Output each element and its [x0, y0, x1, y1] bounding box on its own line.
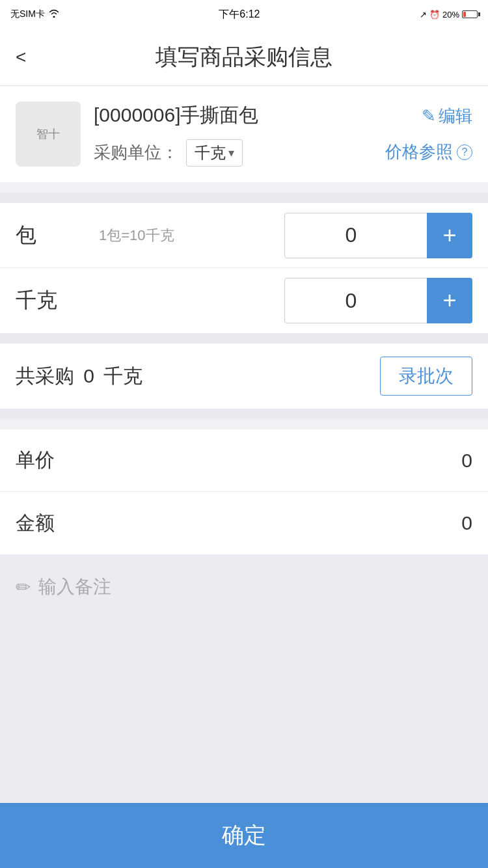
status-bar: 无SIM卡 下午6:12 ↗ ⏰ 20%: [0, 0, 488, 29]
content: 智十 [0000006]手撕面包 采购单位： 千克 ▾ ✎ 编辑 价格参照 ?: [0, 86, 488, 815]
carrier-text: 无SIM卡: [10, 8, 45, 20]
amount-value: 0: [461, 512, 472, 534]
divider-2: [0, 333, 488, 344]
info-icon: ?: [457, 144, 472, 160]
kg-plus-button[interactable]: +: [427, 278, 472, 323]
input-section: 包 1包=10千克 + 千克 +: [0, 203, 488, 333]
product-image: 智十: [16, 102, 81, 167]
chevron-down-icon: ▾: [228, 146, 234, 160]
nav-title: 填写商品采购信息: [156, 42, 332, 72]
bao-plus-button[interactable]: +: [427, 213, 472, 258]
amount-row: 金额 0: [0, 492, 488, 554]
kg-label: 千克: [16, 286, 94, 315]
bao-input-row: 包 1包=10千克 +: [0, 203, 488, 268]
unit-label: 采购单位：: [94, 141, 178, 164]
alarm-icon: ⏰: [429, 10, 440, 20]
price-ref-button[interactable]: 价格参照 ?: [385, 141, 472, 163]
kg-input[interactable]: [284, 278, 427, 323]
divider-3: [0, 409, 488, 419]
edit-icon: ✎: [422, 106, 436, 126]
note-placeholder: 输入备注: [38, 575, 111, 599]
product-name: [0000006]手撕面包: [94, 102, 372, 129]
product-unit-row: 采购单位： 千克 ▾: [94, 139, 372, 167]
plus-icon: +: [442, 222, 456, 249]
unit-select[interactable]: 千克 ▾: [186, 139, 243, 167]
pencil-icon: ✏: [16, 576, 31, 598]
plus-icon-2: +: [442, 287, 456, 314]
batch-button[interactable]: 录批次: [380, 357, 472, 396]
unit-price-label: 单价: [16, 447, 55, 474]
back-button[interactable]: <: [16, 47, 26, 68]
product-info: [0000006]手撕面包 采购单位： 千克 ▾: [94, 102, 372, 167]
confirm-label: 确定: [222, 821, 266, 850]
price-section: 单价 0 金额 0: [0, 429, 488, 554]
bao-label: 包: [16, 221, 94, 250]
total-row: 共采购 0 千克 录批次: [0, 344, 488, 409]
product-card: 智十 [0000006]手撕面包 采购单位： 千克 ▾ ✎ 编辑 价格参照 ?: [0, 86, 488, 182]
note-section[interactable]: ✏ 输入备注: [0, 554, 488, 619]
status-right: ↗ ⏰ 20%: [420, 10, 478, 20]
total-text: 共采购 0 千克: [16, 363, 142, 390]
total-amount: 0: [83, 365, 94, 387]
unit-value: 千克: [195, 142, 226, 163]
empty-space: [0, 619, 488, 815]
wifi-icon: [49, 9, 59, 20]
bao-sub-label: 1包=10千克: [99, 226, 174, 245]
amount-label: 金额: [16, 510, 55, 537]
status-left: 无SIM卡: [10, 8, 59, 20]
battery-percent: 20%: [442, 10, 459, 20]
edit-button[interactable]: ✎ 编辑: [422, 105, 472, 128]
bao-input[interactable]: [284, 213, 427, 258]
location-icon: ↗: [420, 10, 427, 20]
unit-price-value: 0: [461, 450, 472, 472]
unit-price-row: 单价 0: [0, 429, 488, 492]
divider-1: [0, 193, 488, 203]
status-time: 下午6:12: [219, 8, 260, 21]
confirm-button[interactable]: 确定: [0, 803, 488, 868]
product-actions: ✎ 编辑 价格参照 ?: [385, 105, 472, 163]
battery-icon: [462, 10, 478, 18]
kg-input-row: 千克 +: [0, 268, 488, 333]
nav-bar: < 填写商品采购信息: [0, 29, 488, 86]
battery-fill: [463, 12, 466, 17]
